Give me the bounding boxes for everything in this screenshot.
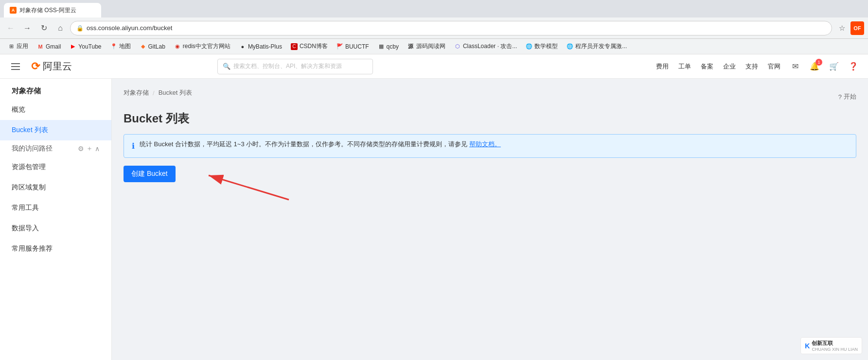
info-banner-text: 统计 Bucket 合计数据，平均延迟 1~3 小时。不作为计量数据，仅作参考。… <box>140 139 501 150</box>
qcby-icon: ▦ <box>378 43 385 50</box>
nav-links: 费用 工单 备案 企业 支持 官网 <box>656 62 780 71</box>
info-banner-content: 统计 Bucket 合计数据，平均延迟 1~3 小时。不作为计量数据，仅作参考。… <box>140 140 467 148</box>
breadcrumb-current: Bucket 列表 <box>159 88 192 97</box>
bookmark-buuctf[interactable]: 🚩 BUUCTF <box>333 42 373 51</box>
top-nav: ⟳ 阿里云 🔍 搜索文档、控制台、API、解决方案和资源 费用 工单 备案 企业… <box>0 54 868 79</box>
browser-toolbar: ← → ↻ ⌂ 🔒 oss.console.aliyun.com/bucket … <box>0 17 868 39</box>
search-bar[interactable]: 🔍 搜索文档、控制台、API、解决方案和资源 <box>217 59 373 74</box>
bookmark-youtube[interactable]: ▶ YouTube <box>66 42 105 51</box>
logo-area[interactable]: ⟳ 阿里云 <box>31 60 72 73</box>
bookmark-mybatis-label: MyBatis-Plus <box>248 43 282 50</box>
create-bucket-button[interactable]: 创建 Bucket <box>124 166 176 182</box>
hamburger-button[interactable] <box>8 59 23 74</box>
address-bar[interactable]: 🔒 oss.console.aliyun.com/bucket <box>70 21 832 35</box>
watermark: K 创新互联 CHUANG XIN HU LIAN <box>800 337 862 354</box>
sidebar-item-resource-mgmt[interactable]: 资源包管理 <box>0 157 111 177</box>
sidebar-collapse-button[interactable]: ‹ <box>111 210 112 229</box>
bookmark-dev-label: 程序员开发专属激... <box>575 42 627 51</box>
help-icon-button[interactable]: ❓ <box>847 60 860 73</box>
sidebar-item-overview[interactable]: 概览 <box>0 100 111 120</box>
nav-link-official[interactable]: 官网 <box>768 62 780 71</box>
bookmark-apps[interactable]: ⊞ 应用 <box>4 41 32 52</box>
bookmark-star-button[interactable]: ☆ <box>835 21 849 35</box>
bookmark-classloader-label: ClassLoader · 攻击... <box>463 42 517 51</box>
bookmark-csdn-label: CSDN博客 <box>300 42 328 51</box>
bookmark-sourcecode-label: 源码阅读网 <box>416 42 445 51</box>
tab-favicon: A <box>10 7 17 14</box>
bookmark-classloader[interactable]: ⬡ ClassLoader · 攻击... <box>450 41 521 52</box>
mybatis-icon: ● <box>239 43 246 50</box>
content-area: 对象存储 / Bucket 列表 ? 开始 Bucket 列表 ℹ 统计 Buc <box>112 79 868 360</box>
search-icon: 🔍 <box>223 63 230 70</box>
bookmark-maps-label: 地图 <box>119 42 131 51</box>
home-button[interactable]: ⌂ <box>53 21 67 35</box>
bookmark-gitlab[interactable]: ◆ GitLab <box>136 42 169 51</box>
bookmark-math[interactable]: 🌐 数学模型 <box>522 41 562 52</box>
browser-tabs: A 对象存储 OSS-阿里云 <box>0 0 868 17</box>
expand-icon[interactable]: ∧ <box>95 145 100 153</box>
dev-icon: 🌐 <box>567 43 573 50</box>
browser-tab[interactable]: A 对象存储 OSS-阿里云 <box>4 3 101 17</box>
sidebar-bucket-list-label: Bucket 列表 <box>12 126 48 135</box>
oss-service-title: 对象存储 <box>12 86 41 96</box>
bookmark-youtube-label: YouTube <box>78 43 101 50</box>
sidebar-common-services-label: 常用服务推荐 <box>12 244 53 253</box>
bookmark-mybatis[interactable]: ● MyBatis-Plus <box>235 42 286 51</box>
sidebar-item-cross-region[interactable]: 跨区域复制 <box>0 177 111 198</box>
bookmark-csdn[interactable]: C CSDN博客 <box>287 41 332 52</box>
help-link[interactable]: ? 开始 <box>838 92 856 101</box>
sidebar-access-path-label: 我的访问路径 <box>12 144 53 153</box>
settings-icon[interactable]: ⚙ <box>78 145 84 153</box>
sidebar-item-access-path[interactable]: 我的访问路径 ⚙ ＋ ∧ <box>0 140 111 157</box>
nav-link-workorder[interactable]: 工单 <box>678 62 691 71</box>
nav-link-fees[interactable]: 费用 <box>656 62 669 71</box>
help-doc-link[interactable]: 帮助文档。 <box>469 140 501 148</box>
browser-chrome: A 对象存储 OSS-阿里云 ← → ↻ ⌂ 🔒 oss.console.ali… <box>0 0 868 54</box>
bookmark-redis[interactable]: ◉ redis中文官方网站 <box>170 41 234 52</box>
sidebar-item-data-import[interactable]: 数据导入 <box>0 218 111 239</box>
search-placeholder: 搜索文档、控制台、API、解决方案和资源 <box>233 62 342 70</box>
buuctf-icon: 🚩 <box>337 43 343 50</box>
bookmark-gmail[interactable]: M Gmail <box>33 42 65 51</box>
cart-icon-button[interactable]: 🛒 <box>827 60 841 73</box>
apps-icon: ⊞ <box>8 43 15 50</box>
bookmark-dev[interactable]: 🌐 程序员开发专属激... <box>563 41 631 52</box>
sidebar-common-tools-label: 常用工具 <box>12 204 39 212</box>
forward-button[interactable]: → <box>20 21 34 35</box>
url-display: oss.console.aliyun.com/bucket <box>87 24 172 32</box>
email-icon-button[interactable]: ✉ <box>788 60 802 73</box>
breadcrumb-parent[interactable]: 对象存储 <box>124 88 149 97</box>
browser-user-avatar[interactable]: OF <box>850 21 864 35</box>
sidebar-section-title: 对象存储 <box>0 79 111 100</box>
add-icon[interactable]: ＋ <box>86 144 93 153</box>
logo-icon: ⟳ <box>31 60 40 73</box>
sidebar-item-common-services[interactable]: 常用服务推荐 <box>0 239 111 259</box>
classloader-icon: ⬡ <box>454 43 461 50</box>
watermark-text: 创新互联 CHUANG XIN HU LIAN <box>812 340 858 352</box>
email-icon: ✉ <box>792 62 798 71</box>
cart-icon: 🛒 <box>829 62 839 71</box>
sidebar-item-bucket-list[interactable]: Bucket 列表 <box>0 120 111 140</box>
youtube-icon: ▶ <box>70 43 76 50</box>
watermark-icon: K <box>805 342 810 350</box>
bookmark-maps[interactable]: 📍 地图 <box>106 41 135 52</box>
bookmark-qcby[interactable]: ▦ qcby <box>374 42 403 51</box>
reload-button[interactable]: ↻ <box>37 21 51 35</box>
logo-text: 阿里云 <box>43 60 72 73</box>
sidebar-resource-mgmt-label: 资源包管理 <box>12 163 46 171</box>
bookmark-qcby-label: qcby <box>387 43 399 50</box>
csdn-icon: C <box>291 43 298 50</box>
bookmark-math-label: 数学模型 <box>534 42 558 51</box>
back-button[interactable]: ← <box>4 21 18 35</box>
page-title: Bucket 列表 <box>124 111 856 126</box>
bookmark-sourcecode[interactable]: 源 源码阅读网 <box>404 41 449 52</box>
main-wrapper: 对象存储 概览 Bucket 列表 我的访问路径 ⚙ ＋ ∧ 资源包管理 跨区域… <box>0 79 868 360</box>
nav-link-support[interactable]: 支持 <box>745 62 758 71</box>
notification-icon-button[interactable]: 🔔 1 <box>808 60 821 73</box>
nav-link-enterprise[interactable]: 企业 <box>723 62 736 71</box>
action-area: 创建 Bucket <box>124 166 856 182</box>
info-circle-icon: ℹ <box>132 140 135 153</box>
nav-link-icp[interactable]: 备案 <box>701 62 713 71</box>
sidebar-item-common-tools[interactable]: 常用工具 <box>0 198 111 218</box>
svg-line-1 <box>209 175 289 200</box>
